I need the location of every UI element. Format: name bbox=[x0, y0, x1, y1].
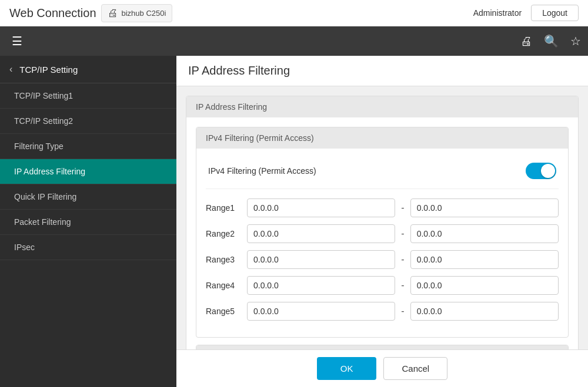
toolbar-right: 🖨 🔍 ☆ bbox=[520, 34, 581, 48]
range3-from-input[interactable] bbox=[247, 250, 395, 269]
sidebar-item-filtering-type[interactable]: Filtering Type bbox=[0, 134, 176, 159]
content-body: IP Address Filtering IPv4 Filtering (Per… bbox=[176, 86, 588, 387]
permit-access-section: IPv4 Filtering (Permit Access) IPv4 Filt… bbox=[196, 127, 569, 338]
search-icon[interactable]: 🔍 bbox=[544, 34, 559, 48]
sidebar-item-packet-filtering[interactable]: Packet Filtering bbox=[0, 210, 176, 235]
range4-row: Range4 - bbox=[206, 276, 559, 295]
star-icon[interactable]: ☆ bbox=[570, 34, 581, 48]
range1-dash: - bbox=[401, 203, 404, 213]
sidebar-header: ‹ TCP/IP Setting bbox=[0, 56, 176, 83]
sidebar-item-quick-ip-filtering[interactable]: Quick IP Filtering bbox=[0, 184, 176, 210]
logo-text: Web Connection bbox=[9, 6, 96, 20]
device-name: bizhub C250i bbox=[122, 9, 166, 18]
sidebar-item-ip-address-filtering[interactable]: IP Address Filtering bbox=[0, 159, 176, 184]
permit-section-content: IPv4 Filtering (Permit Access) Range1 - bbox=[196, 149, 568, 337]
toolbar-left: ☰ bbox=[7, 32, 27, 51]
header-right: Administrator Logout bbox=[473, 5, 579, 21]
printer-icon: 🖨 bbox=[108, 7, 118, 19]
top-header: Web Connection 🖨 bizhub C250i Administra… bbox=[0, 0, 588, 26]
range3-dash: - bbox=[401, 254, 404, 265]
range1-to-input[interactable] bbox=[410, 198, 559, 217]
range1-label: Range1 bbox=[206, 203, 241, 213]
sidebar-item-tcpip2[interactable]: TCP/IP Setting2 bbox=[0, 109, 176, 134]
range1-from-input[interactable] bbox=[247, 198, 395, 217]
permit-toggle-label: IPv4 Filtering (Permit Access) bbox=[208, 166, 316, 176]
range4-to-input[interactable] bbox=[410, 276, 559, 295]
admin-label: Administrator bbox=[473, 8, 522, 18]
ip-filtering-section: IP Address Filtering IPv4 Filtering (Per… bbox=[186, 96, 579, 387]
content-header: IP Address Filtering bbox=[176, 56, 588, 86]
bottom-bar: OK Cancel bbox=[176, 349, 588, 387]
range2-label: Range2 bbox=[206, 229, 241, 238]
page-title: IP Address Filtering bbox=[188, 64, 576, 78]
range5-dash: - bbox=[401, 306, 404, 317]
range2-dash: - bbox=[401, 228, 404, 239]
range4-label: Range4 bbox=[206, 281, 241, 290]
range5-to-input[interactable] bbox=[410, 302, 559, 321]
sidebar: ‹ TCP/IP Setting TCP/IP Setting1 TCP/IP … bbox=[0, 56, 176, 387]
permit-toggle-switch[interactable] bbox=[526, 163, 556, 179]
cancel-button[interactable]: Cancel bbox=[383, 357, 447, 380]
permit-toggle-row: IPv4 Filtering (Permit Access) bbox=[206, 158, 559, 189]
section-content: IPv4 Filtering (Permit Access) IPv4 Filt… bbox=[186, 117, 578, 387]
back-button[interactable]: ‹ bbox=[9, 64, 12, 75]
device-badge: 🖨 bizhub C250i bbox=[101, 4, 173, 22]
range4-dash: - bbox=[401, 280, 404, 291]
range3-label: Range3 bbox=[206, 255, 241, 264]
range4-from-input[interactable] bbox=[247, 276, 395, 295]
range5-from-input[interactable] bbox=[247, 302, 395, 321]
hamburger-icon[interactable]: ☰ bbox=[7, 32, 27, 51]
content-area: IP Address Filtering IP Address Filterin… bbox=[176, 56, 588, 387]
main-layout: ‹ TCP/IP Setting TCP/IP Setting1 TCP/IP … bbox=[0, 56, 588, 387]
range2-row: Range2 - bbox=[206, 224, 559, 243]
logout-button[interactable]: Logout bbox=[531, 5, 579, 21]
range5-label: Range5 bbox=[206, 307, 241, 316]
printer-toolbar-icon[interactable]: 🖨 bbox=[520, 35, 532, 48]
sidebar-title: TCP/IP Setting bbox=[19, 65, 78, 75]
range5-row: Range5 - bbox=[206, 302, 559, 321]
range1-row: Range1 - bbox=[206, 198, 559, 217]
toolbar: ☰ 🖨 🔍 ☆ bbox=[0, 26, 588, 56]
ok-button[interactable]: OK bbox=[317, 357, 377, 380]
range3-to-input[interactable] bbox=[410, 250, 559, 269]
range2-from-input[interactable] bbox=[247, 224, 395, 243]
header-logo: Web Connection 🖨 bizhub C250i bbox=[9, 4, 473, 22]
range2-to-input[interactable] bbox=[410, 224, 559, 243]
sidebar-item-tcpip1[interactable]: TCP/IP Setting1 bbox=[0, 83, 176, 109]
range3-row: Range3 - bbox=[206, 250, 559, 269]
permit-section-title: IPv4 Filtering (Permit Access) bbox=[196, 127, 568, 149]
sidebar-item-ipsec[interactable]: IPsec bbox=[0, 235, 176, 260]
section-title: IP Address Filtering bbox=[186, 96, 578, 117]
